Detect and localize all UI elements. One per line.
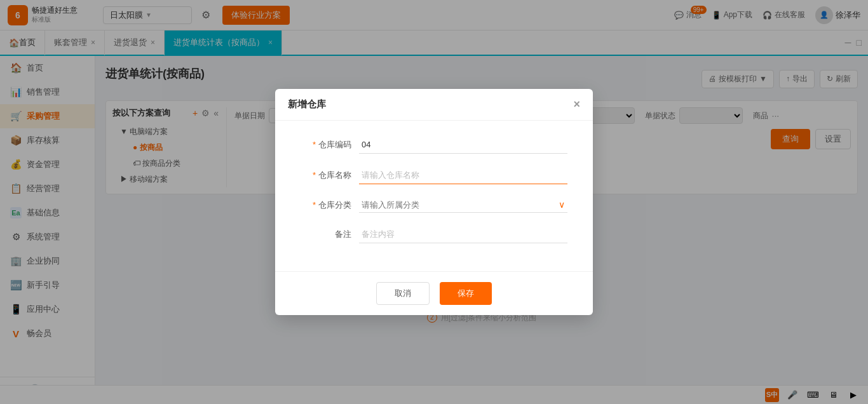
- form-input-name[interactable]: [359, 166, 567, 184]
- modal-body: 仓库编码 仓库名称 仓库分类 ∨ 备注: [275, 121, 593, 271]
- form-label-category: 仓库分类: [301, 199, 351, 211]
- form-label-code: 仓库编码: [301, 139, 351, 151]
- form-select-category[interactable]: ∨: [359, 197, 567, 213]
- form-row-code: 仓库编码: [301, 136, 567, 154]
- category-dropdown-icon: ∨: [559, 199, 565, 210]
- modal-overlay: 新增仓库 × 仓库编码 仓库名称 仓库分类 ∨: [0, 0, 868, 404]
- form-input-code[interactable]: [359, 136, 567, 154]
- cancel-button[interactable]: 取消: [376, 282, 430, 305]
- modal-close-button[interactable]: ×: [573, 98, 580, 111]
- form-label-name: 仓库名称: [301, 170, 351, 181]
- modal-footer: 取消 保存: [275, 271, 593, 315]
- modal-header: 新增仓库 ×: [275, 89, 593, 121]
- save-button[interactable]: 保存: [440, 282, 492, 305]
- form-input-note[interactable]: [359, 226, 567, 243]
- form-row-category: 仓库分类 ∨: [301, 197, 567, 213]
- modal-title: 新增仓库: [288, 98, 326, 111]
- modal-add-warehouse: 新增仓库 × 仓库编码 仓库名称 仓库分类 ∨: [275, 89, 593, 315]
- form-row-note: 备注: [301, 226, 567, 243]
- form-row-name: 仓库名称: [301, 166, 567, 184]
- form-category-input[interactable]: [362, 200, 559, 210]
- form-label-note: 备注: [301, 229, 351, 240]
